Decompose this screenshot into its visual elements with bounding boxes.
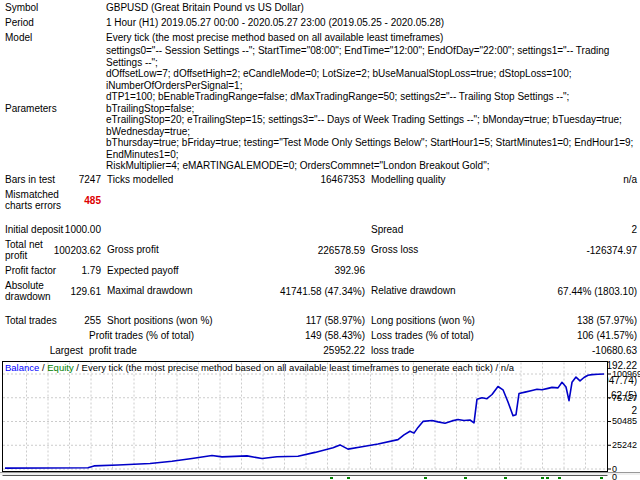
- table-row: [0, 304, 640, 313]
- stat-value: 41741.58 (47.34%): [240, 278, 368, 304]
- info-value-text: Every tick (the most precise method base…: [106, 32, 443, 43]
- lot-size-mark: [330, 477, 333, 479]
- stat-value-text: 138 (57.97%): [577, 315, 637, 326]
- row-label-text: Period: [5, 17, 34, 28]
- stat-value-text: -10680.63: [592, 345, 637, 356]
- stat-value: 2: [502, 222, 640, 237]
- stat-label: loss trade: [368, 343, 502, 358]
- stat-label-text: Spread: [371, 224, 403, 235]
- info-value: Every tick (the most precise method base…: [66, 30, 640, 45]
- stat-value: [240, 187, 368, 213]
- stat-label: Spread: [368, 222, 502, 237]
- info-value: 1 Hour (H1) 2019.05.27 00:00 - 2020.05.2…: [66, 15, 640, 30]
- stat-value: 149 (58.43%): [240, 328, 368, 343]
- stat-label-text: Maximal drawdown: [107, 285, 193, 296]
- stat-value-text: 226578.59: [318, 244, 365, 255]
- stat-value: 25952.22: [240, 343, 368, 358]
- stat-value: 7247: [66, 172, 104, 187]
- stat-value-text: 392.96: [334, 265, 365, 276]
- stat-value-text: 485: [84, 194, 101, 205]
- parameters-line: settings0="-- Session Settings --"; Star…: [106, 45, 640, 68]
- table-row: Profit trades (% of total)149 (58.43%)Lo…: [0, 328, 640, 343]
- stat-label-text: Long positions (won %): [371, 315, 475, 326]
- row-label: Parameters: [0, 45, 66, 172]
- table-row: Total trades255Short positions (won %)11…: [0, 313, 640, 328]
- stat-value: [502, 187, 640, 213]
- info-row: Period1 Hour (H1) 2019.05.27 00:00 - 202…: [0, 15, 640, 30]
- table-row: Bars in test7247Ticks modelled16467353Mo…: [0, 172, 640, 187]
- stat-value: [240, 222, 368, 237]
- stat-value-text: 1.79: [82, 265, 101, 276]
- strategy-tester-report-table: SymbolGBPUSD (Great Britain Pound vs US …: [0, 0, 640, 418]
- row-label: Total trades: [0, 313, 66, 328]
- row-label-text: Symbol: [5, 2, 38, 13]
- parameters-line: eTrailingStop=20; eTrailingStep=15; sett…: [106, 114, 640, 137]
- row-label-text: Model: [5, 32, 32, 43]
- stat-label: Gross profit: [104, 237, 240, 263]
- stat-label-text: profit trade: [89, 345, 137, 356]
- stat-label: Maximal drawdown: [104, 278, 240, 304]
- row-label: Absolute drawdown: [0, 278, 66, 304]
- table-row: [0, 213, 640, 222]
- stat-label-text: Expected payoff: [107, 265, 179, 276]
- lot-size-mark: [424, 477, 427, 479]
- stat-value-text: 67.44% (1803.10): [558, 285, 638, 296]
- stat-value: 485: [66, 187, 104, 213]
- stat-label-text: Gross loss: [371, 244, 418, 255]
- stat-value-text: 129.61: [70, 285, 101, 296]
- stat-value: 106 (41.57%): [502, 328, 640, 343]
- table-row: Total net profit100203.62Gross profit226…: [0, 237, 640, 263]
- row-label-text: Initial deposit: [5, 224, 63, 235]
- stat-value: 100203.62: [66, 237, 104, 263]
- chart-header: Balance / Equity / Every tick (the most …: [5, 362, 515, 373]
- stat-label: Modelling quality: [368, 172, 502, 187]
- stat-value-text: 100203.62: [54, 244, 101, 255]
- stat-value: 1.79: [66, 263, 104, 278]
- row-label-text: Total net profit: [5, 239, 43, 261]
- stat-value-text: Largest: [50, 345, 83, 356]
- parameters-line: dOffsetLow=7; dOffsetHigh=2; eCandleMode…: [106, 68, 640, 91]
- stat-value-text: 16467353: [321, 174, 366, 185]
- row-label-text: Parameters: [5, 103, 57, 114]
- y-axis-label: 100969: [612, 369, 640, 379]
- stat-label: [104, 187, 240, 213]
- row-label: [0, 328, 66, 343]
- row-label: Initial deposit: [0, 222, 66, 237]
- stat-label-text: Loss trades (% of total): [371, 330, 474, 341]
- stat-value: -126374.97: [502, 237, 640, 263]
- balance-equity-chart: 02524250485757271009690 Balance / Equity…: [0, 361, 640, 480]
- stat-value: 117 (58.97%): [240, 313, 368, 328]
- row-label: Profit factor: [0, 263, 66, 278]
- stat-value-text: 2: [631, 224, 637, 235]
- info-value: GBPUSD (Great Britain Pound vs US Dollar…: [66, 0, 640, 15]
- row-label: Symbol: [0, 0, 66, 15]
- table-row: Absolute drawdown129.61Maximal drawdown4…: [0, 278, 640, 304]
- lot-size-mark: [600, 477, 603, 479]
- parameters-row: Parameterssettings0="-- Session Settings…: [0, 45, 640, 172]
- lot-size-mark: [504, 477, 507, 479]
- parameters-line: dTP1=100; bEnableTradingRange=false; dMa…: [106, 91, 640, 114]
- stat-label: Long positions (won %): [368, 313, 502, 328]
- info-row: ModelEvery tick (the most precise method…: [0, 30, 640, 45]
- equity-legend-label: Equity: [47, 362, 74, 373]
- lot-size-mark: [541, 477, 544, 479]
- row-label: Period: [0, 15, 66, 30]
- report-body: SymbolGBPUSD (Great Britain Pound vs US …: [0, 0, 640, 418]
- stat-label: Profit trades (% of total): [104, 328, 240, 343]
- stat-value-text: 149 (58.43%): [305, 330, 365, 341]
- table-row: Profit factor1.79Expected payoff392.96: [0, 263, 640, 278]
- lot-size-mark: [546, 477, 549, 479]
- stat-label: Ticks modelled: [104, 172, 240, 187]
- stat-label: [104, 222, 240, 237]
- table-row: Initial deposit1000.00Spread2: [0, 222, 640, 237]
- parameters-line: bThursday=true; bFriday=true; testing="T…: [106, 137, 640, 160]
- stat-value-text: 7247: [79, 174, 101, 185]
- stat-label-text: Gross profit: [107, 244, 159, 255]
- stat-label: Short positions (won %): [104, 313, 240, 328]
- stat-value: 255: [66, 313, 104, 328]
- row-label-text: Total trades: [5, 315, 57, 326]
- stat-value: 226578.59: [240, 237, 368, 263]
- stat-value-text: 106 (41.57%): [577, 330, 637, 341]
- stat-label: Gross loss: [368, 237, 502, 263]
- stat-label-text: Modelling quality: [371, 174, 446, 185]
